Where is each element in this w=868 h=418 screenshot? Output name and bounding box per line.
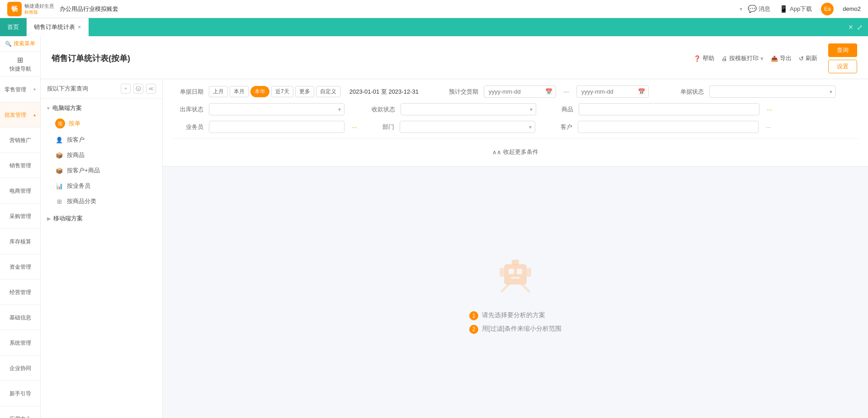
collapse-btn[interactable]: ∧∧ 收起更多条件 [489, 144, 542, 160]
svg-rect-8 [527, 268, 531, 277]
customer-more-btn[interactable]: ··· [766, 124, 771, 131]
ship-status-select[interactable] [209, 103, 344, 115]
tab-expand-icon[interactable]: ⤢ [857, 23, 863, 32]
product-more-btn[interactable]: ··· [767, 106, 772, 113]
scheme-item-by-order[interactable]: 按 按单 [41, 115, 162, 132]
search-icon: 🔍 [5, 41, 12, 47]
customer-input[interactable] [578, 121, 759, 133]
scheme-item-by-cust-prod[interactable]: 📦 按客户+商品 [41, 163, 162, 178]
tab-sales-order[interactable]: 销售订单统计表 × [27, 18, 89, 36]
sidebar-item-wholesale[interactable]: 批发管理 ▴ [0, 102, 40, 128]
message-btn[interactable]: 💬 消息 [748, 5, 770, 13]
refresh-btn[interactable]: ↺ 刷新 [799, 54, 817, 62]
expected-date-label: 预计交货期 [442, 88, 478, 96]
content-area: 销售订单统计表(按单) ❓ 帮助 🖨 按模板打印 ▾ 📤 导出 [41, 36, 868, 418]
sidebar-item-appcenter[interactable]: 应用中心 [0, 406, 40, 418]
help-btn[interactable]: ❓ 帮助 [693, 54, 714, 62]
right-content-panel: 单据日期 上月 本月 本年 近7天 更多 自定义 2023-01-01 至 20… [163, 79, 868, 418]
status-select[interactable] [709, 86, 836, 98]
sidebar-item-sales[interactable]: 销售管理 [0, 153, 40, 178]
sidebar-item-guide[interactable]: 新手引导 [0, 381, 40, 406]
tab-close-icon[interactable]: × [78, 24, 81, 30]
main-body: 🔍 搜索菜单 ⊞ 快捷导航 零售管理 ▾ 批发管理 ▴ 营销推广 销售管理 [0, 36, 868, 418]
sidebar-item-ecom[interactable]: 电商管理 [0, 178, 40, 204]
message-icon: 💬 [748, 5, 757, 13]
scheme-item-by-product[interactable]: 📦 按商品 [41, 147, 162, 163]
svg-rect-3 [509, 269, 514, 274]
query-button[interactable]: 查询 [828, 43, 857, 57]
download-icon: 📱 [779, 5, 788, 13]
scheme-icons: + ✎ ≪ [121, 84, 156, 94]
sidebar-item-system[interactable]: 系统管理 [0, 330, 40, 356]
desktop-section-header[interactable]: ▾ 电脑端方案 [41, 101, 162, 115]
staff-input[interactable] [209, 121, 344, 133]
staff-more-btn[interactable]: ··· [352, 124, 357, 131]
logo-char: 畅 [11, 5, 18, 13]
by-staff-icon: 📊 [55, 182, 63, 190]
sidebar-item-marketing[interactable]: 营销推广 [0, 128, 40, 153]
breadcrumb-arrow[interactable]: ▾ [740, 6, 742, 12]
date-btn-custom[interactable]: 自定义 [316, 86, 340, 97]
scheme-item-by-category[interactable]: ⊞ 按商品分类 [41, 194, 162, 209]
desktop-schemes-section: ▾ 电脑端方案 按 按单 👤 按客户 [41, 99, 162, 212]
by-category-icon: ⊞ [55, 197, 63, 205]
scheme-item-by-customer[interactable]: 👤 按客户 [41, 132, 162, 147]
setting-button[interactable]: 设置 [828, 60, 857, 73]
scheme-item-by-staff[interactable]: 📊 按业务员 [41, 178, 162, 194]
date-btn-current[interactable]: 本月 [230, 86, 249, 97]
product-input[interactable] [579, 103, 760, 115]
print-btn[interactable]: 🖨 按模板打印 ▾ [722, 54, 764, 62]
sidebar-search[interactable]: 🔍 搜索菜单 [0, 36, 40, 52]
tip-2-num: 2 [469, 325, 478, 334]
app-wrapper: 畅 畅捷通好生意 标推版 办公用品行业模拟账套 ▾ 💬 消息 📱 App下载 E… [0, 0, 868, 418]
date-btn-last[interactable]: 上月 [209, 86, 228, 97]
tab-window-close-icon[interactable]: × [848, 23, 853, 32]
empty-state-illustration [488, 246, 542, 300]
retail-arrow: ▾ [33, 87, 36, 92]
staff-label: 业务员 [172, 123, 203, 131]
cal-from-icon: 📅 [545, 88, 552, 95]
scheme-edit-btn[interactable]: ✎ [133, 84, 143, 94]
ship-status-label: 出库状态 [172, 105, 203, 114]
sidebar-item-finance[interactable]: 资金管理 [0, 254, 40, 280]
date-range-text: 2023-01-01 至 2023-12-31 [349, 88, 419, 96]
app-download-btn[interactable]: 📱 App下载 [779, 5, 812, 13]
dept-select-wrapper [400, 121, 535, 133]
top-bar: 畅 畅捷通好生意 标推版 办公用品行业模拟账套 ▾ 💬 消息 📱 App下载 E… [0, 0, 868, 18]
mobile-section-arrow: ▶ [47, 216, 51, 222]
logo-icon: 畅 [7, 2, 22, 16]
scheme-header: 按以下方案查询 + ✎ ≪ [41, 79, 162, 99]
mobile-section-header[interactable]: ▶ 移动端方案 [41, 212, 162, 225]
sidebar-item-purchase[interactable]: 采购管理 [0, 204, 40, 229]
date-btn-more[interactable]: 更多 [295, 86, 314, 97]
export-btn[interactable]: 📤 导出 [771, 54, 792, 62]
tab-bar-right: × ⤢ [848, 23, 868, 32]
dept-select[interactable] [400, 121, 535, 133]
tip-2: 2 用[过滤]条件来缩小分析范围 [469, 325, 561, 334]
date-to-wrapper: 📅 [576, 86, 649, 98]
export-icon: 📤 [771, 55, 778, 62]
sidebar-item-inventory[interactable]: 库存核算 [0, 229, 40, 254]
ship-status-select-wrapper [209, 103, 344, 115]
tip-1: 1 请先选择要分析的方案 [469, 311, 561, 320]
empty-state: 1 请先选择要分析的方案 2 用[过滤]条件来缩小分析范围 [163, 166, 868, 418]
scheme-collapse-btn[interactable]: ≪ [146, 84, 156, 94]
scheme-add-btn[interactable]: + [121, 84, 131, 94]
sidebar-item-operation[interactable]: 经营管理 [0, 280, 40, 305]
sidebar-item-basic[interactable]: 基础信息 [0, 305, 40, 330]
receive-status-select[interactable] [401, 103, 536, 115]
date-btn-week[interactable]: 近7天 [271, 86, 293, 97]
tab-home[interactable]: 首页 [0, 18, 27, 36]
receive-status-select-wrapper [401, 103, 536, 115]
avatar[interactable]: Ea [821, 3, 834, 15]
sidebar-quick-nav[interactable]: ⊞ 快捷导航 [0, 52, 40, 77]
sidebar-item-corp[interactable]: 企业协同 [0, 356, 40, 381]
date-btn-year[interactable]: 本年 [250, 86, 269, 97]
tab-bar: 首页 销售订单统计表 × × ⤢ [0, 18, 868, 36]
sidebar-item-retail[interactable]: 零售管理 ▾ [0, 77, 40, 102]
status-select-wrapper [709, 86, 836, 98]
page-header: 销售订单统计表(按单) ❓ 帮助 🖨 按模板打印 ▾ 📤 导出 [41, 36, 868, 79]
refresh-icon: ↺ [799, 55, 804, 62]
logo-text: 畅捷通好生意 标推版 [24, 3, 54, 15]
date-dash: — [561, 88, 571, 95]
